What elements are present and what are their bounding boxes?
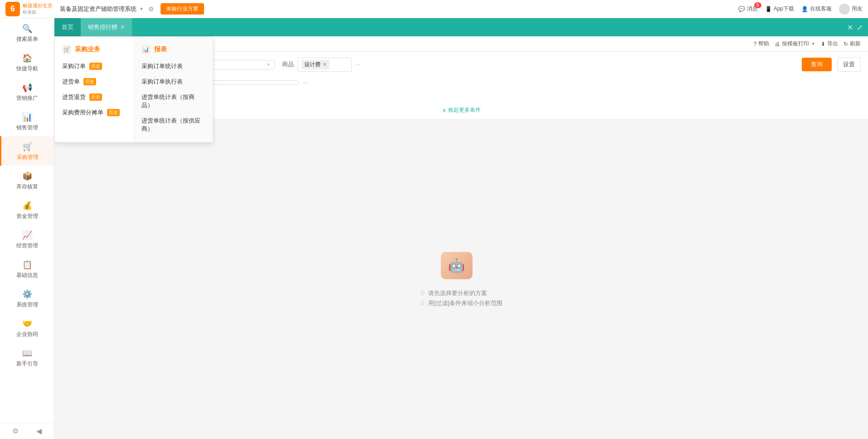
app-download-btn[interactable]: 📱 App下载 [765, 5, 794, 13]
system-icon: ⚙️ [22, 289, 32, 299]
online-service-btn[interactable]: 👤 在线客服 [801, 5, 832, 13]
dropdown-col-purchase-title: 采购业务 [75, 45, 100, 54]
tab-ranking[interactable]: 销售排行榜 ✕ [81, 18, 132, 36]
sidebar-label-purchase: 采购管理 [17, 153, 39, 161]
empty-hint-2: ② 用[过滤]条件来缩小分析范围 [420, 299, 502, 307]
settings-icon[interactable]: ⚙ [148, 5, 154, 13]
history-badge-purchase-order: 历史 [89, 63, 102, 70]
tab-expand-icon[interactable]: ⤢ [857, 23, 863, 32]
marketing-icon: 📢 [22, 83, 32, 93]
tabbar-right: ✕ ⤢ [847, 23, 868, 32]
search-icon: 🔍 [22, 24, 32, 34]
goods-tag: 设计费 ✕ [302, 60, 330, 69]
dropdown-item-purchase-return[interactable]: 进货退货 历史 [55, 89, 134, 105]
sidebar-item-finance[interactable]: 💰 资金管理 [0, 195, 54, 225]
home-icon: 🏠 [22, 53, 32, 63]
finance-icon: 💰 [22, 201, 32, 211]
report-header-icon: 📊 [141, 45, 151, 54]
dropdown-item-purchase-order[interactable]: 采购订单 历史 [55, 59, 134, 74]
refresh-icon: ↻ [844, 41, 848, 47]
sidebar-label-operations: 经营管理 [16, 242, 38, 250]
dropdown-col-purchase-header: 🛒 采购业务 [55, 42, 134, 59]
dropdown-item-report-4[interactable]: 进货单统计表（按供应商） [134, 113, 213, 137]
sidebar-item-inventory[interactable]: 📦 库存核算 [0, 166, 54, 195]
sidebar-item-search[interactable]: 🔍 搜索菜单 [0, 18, 54, 48]
tab-close-all-icon[interactable]: ✕ [847, 23, 853, 32]
sidebar-label-sales: 销售管理 [16, 124, 38, 132]
basic-icon: 📋 [22, 260, 32, 270]
export-btn[interactable]: ⬇ 导出 [821, 40, 838, 48]
help-btn[interactable]: ? 帮助 [753, 40, 769, 48]
app-icon: 📱 [765, 6, 772, 12]
dropdown-item-report-3[interactable]: 进货单统计表（按商品） [134, 89, 213, 113]
sidebar-label-inventory: 库存核算 [16, 183, 38, 191]
query-btn[interactable]: 查询 [802, 58, 832, 71]
purchase-header-icon: 🛒 [62, 45, 71, 54]
history-badge-purchase-in: 历史 [83, 78, 96, 85]
print-dropdown-icon: ▼ [811, 41, 815, 46]
filter-goods-item: 商品 设计费 ✕ ··· [282, 58, 360, 72]
message-icon: 💬 [738, 6, 745, 12]
tab-close-icon[interactable]: ✕ [120, 24, 125, 30]
dropdown-col-purchase: 🛒 采购业务 采购订单 历史 进货单 历史 进货退货 历史 采购费用分摊单 [55, 37, 134, 142]
hint-text-2: 用[过滤]条件来缩小分析范围 [428, 299, 502, 307]
system-dropdown-icon[interactable]: ▼ [139, 6, 144, 11]
help-label: 帮助 [758, 40, 769, 48]
refresh-btn[interactable]: ↻ 刷新 [844, 40, 861, 48]
empty-hint-1: ① 请先选择要分析的方案 [420, 289, 487, 297]
dropdown-item-report-2[interactable]: 采购订单执行表 [134, 74, 213, 89]
sidebar-label-finance: 资金管理 [16, 212, 38, 220]
tab-home[interactable]: 首页 [54, 18, 81, 36]
sidebar-collapse-icon[interactable]: ◀ [36, 427, 42, 435]
sidebar-label-search: 搜索菜单 [16, 35, 38, 43]
goods-select[interactable]: 设计费 ✕ [297, 58, 352, 72]
sidebar-item-marketing[interactable]: 📢 营销推广 [0, 77, 54, 107]
inventory-icon: 📦 [22, 171, 32, 181]
logo-title: 畅捷通好生意 [23, 2, 53, 9]
hint-num-1: ① [420, 290, 425, 296]
user-btn[interactable]: 用友 [839, 4, 863, 15]
purchase-icon: 🛒 [23, 142, 33, 152]
salesman-select[interactable] [208, 80, 299, 85]
sidebar-settings-icon[interactable]: ⚙ [12, 427, 19, 435]
export-icon: ⬇ [821, 41, 825, 47]
sidebar-item-nav[interactable]: 🏠 快捷导航 [0, 48, 54, 77]
sidebar-item-operations[interactable]: 📈 经营管理 [0, 225, 54, 254]
sidebar-item-sales[interactable]: 📊 销售管理 [0, 107, 54, 136]
purchase-dropdown-menu: 🛒 采购业务 采购订单 历史 进货单 历史 进货退货 历史 采购费用分摊单 [54, 36, 213, 143]
goods-more-btn[interactable]: ··· [356, 61, 360, 68]
system-name: 装备及固定资产辅助管理系统 [60, 5, 137, 13]
dropdown-item-purchase-in[interactable]: 进货单 历史 [55, 74, 134, 89]
refresh-label: 刷新 [850, 40, 861, 48]
dropdown-item-report-1[interactable]: 采购订单统计表 [134, 59, 213, 74]
sidebar-item-basic[interactable]: 📋 基础信息 [0, 254, 54, 284]
sidebar-item-system[interactable]: ⚙️ 系统管理 [0, 284, 54, 313]
sidebar-item-purchase[interactable]: 🛒 采购管理 [0, 136, 54, 166]
settings-btn[interactable]: 设置 [837, 57, 861, 72]
sidebar-label-guide: 新手引导 [16, 360, 38, 368]
sidebar-item-cooperate[interactable]: 🤝 企业协同 [0, 313, 54, 343]
topbar: 6 畅捷通好生意 标准版 装备及固定资产辅助管理系统 ▼ ⚙ 体验行业方案 💬 … [0, 0, 868, 18]
dropdown-col-report: 📊 报表 采购订单统计表 采购订单执行表 进货单统计表（按商品） 进货单统计表（… [134, 37, 213, 142]
dropdown-item-purchase-expense[interactable]: 采购费用分摊单 历史 [55, 105, 134, 120]
tab-ranking-label: 销售排行榜 [88, 23, 117, 31]
empty-hints: ① 请先选择要分析的方案 ② 用[过滤]条件来缩小分析范围 [420, 289, 502, 307]
salesman-more-btn[interactable]: ··· [302, 79, 307, 86]
tab-home-label: 首页 [62, 23, 73, 31]
collapse-btn[interactable]: ∧ 收起更多条件 [442, 106, 481, 114]
collapse-up-icon: ∧ [442, 107, 446, 113]
purchase-expense-label: 采购费用分摊单 [62, 109, 103, 117]
industry-btn[interactable]: 体验行业方案 [161, 3, 204, 15]
message-btn[interactable]: 💬 9 消息 [738, 5, 758, 13]
system-area: 装备及固定资产辅助管理系统 ▼ ⚙ 体验行业方案 [60, 3, 738, 15]
sidebar-label-marketing: 营销推广 [16, 94, 38, 102]
logo-subtitle: 标准版 [23, 9, 53, 15]
sidebar-item-guide[interactable]: 📖 新手引导 [0, 343, 54, 372]
sidebar-label-cooperate: 企业协同 [16, 330, 38, 338]
print-btn[interactable]: 🖨 按模板打印 ▼ [775, 40, 815, 48]
goods-tag-close[interactable]: ✕ [322, 61, 327, 68]
print-icon: 🖨 [775, 41, 780, 47]
empty-illustration: 🤖 [441, 252, 482, 284]
service-icon: 👤 [801, 6, 808, 12]
purchase-in-label: 进货单 [62, 78, 80, 86]
